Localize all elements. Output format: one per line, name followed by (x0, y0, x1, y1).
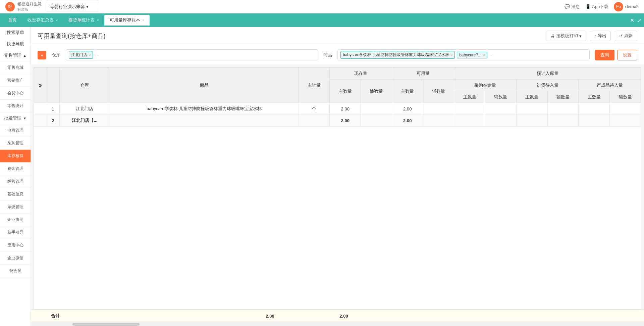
product-tag-1-close[interactable]: × (450, 53, 452, 57)
product-tag-2[interactable]: babycare?... × (457, 52, 487, 58)
template-badge: 标准版 (17, 7, 42, 12)
warehouse-tag-1-close[interactable]: × (89, 53, 91, 57)
scroll-thumb[interactable] (72, 323, 140, 326)
row-1-current-main: 2.00 (330, 103, 361, 115)
export-btn[interactable]: ↑ 导出 (590, 31, 611, 41)
refresh-icon: ↺ (619, 34, 623, 39)
th-available-group: 可用量 (392, 68, 454, 80)
sidebar-item-ecommerce[interactable]: 电商管理 (0, 124, 31, 137)
th-finished-pending-aux: 辅数量 (610, 91, 641, 103)
table-container[interactable]: ⚙ 仓库 商品 主计量 现存量 可用量 预计入库量 主数量 辅数量 主数量 辅数… (34, 67, 641, 310)
sidebar-purchase-label: 采购管理 (7, 140, 23, 146)
scroll-bar-area[interactable] (31, 322, 644, 326)
print-label: 按模板打印 (556, 33, 578, 39)
row-1-purchase-transit-main (454, 103, 485, 115)
sidebar: 搜索菜单 快捷导航 零售管理 ▲ 零售商城 营销推广 会员中心 零售统计 批发管… (0, 27, 31, 326)
tab-income-expense[interactable]: 收发存汇总表 × (22, 15, 63, 26)
nav-tabs: 首页 收发存汇总表 × 要货单统计表 × 可用量库存账本 × ✕ ⤢ (0, 13, 644, 27)
row-1-warehouse: 江北门店 (60, 103, 110, 115)
tab-available-stock-label: 可用量库存账本 (110, 17, 140, 23)
content-area: 可用量查询(按仓库+商品) 🖨 按模板打印 ▾ ↑ 导出 ↺ 刷新 » (31, 27, 644, 326)
fullscreen-icon[interactable]: ⤢ (637, 17, 641, 24)
th-finished-pending-group: 产成品待入量 (579, 80, 641, 91)
app-download-btn[interactable]: 📱 App下载 (585, 4, 608, 10)
sidebar-item-purchase[interactable]: 采购管理 (0, 137, 31, 150)
refresh-btn[interactable]: ↺ 刷新 (615, 31, 637, 41)
sidebar-item-app-center[interactable]: 应用中心 (0, 239, 31, 252)
th-num (46, 68, 60, 103)
sidebar-search-menu[interactable]: 搜索菜单 (0, 27, 31, 38)
sidebar-item-new-guide[interactable]: 新手引导 (0, 226, 31, 239)
sidebar-item-basic-info[interactable]: 基础信息 (0, 188, 31, 201)
page-header: 可用量查询(按仓库+商品) 🖨 按模板打印 ▾ ↑ 导出 ↺ 刷新 (31, 27, 644, 45)
product-tag-1-text: babycare学饮杯 儿童防摔防撞吸管杯重力球吸嘴杯宝宝水杯 (343, 52, 449, 58)
logo-icon: 好 (5, 2, 15, 11)
row-2-finished-pending-main (579, 115, 610, 127)
chevron-down-icon: ▾ (86, 4, 89, 9)
row-2-available-aux (423, 115, 454, 127)
org-selector[interactable]: 母婴行业演示账套 ▾ (46, 2, 99, 11)
sidebar-retail-mall-label: 零售商城 (7, 65, 23, 71)
nav-tabs-right: ✕ ⤢ (630, 17, 641, 24)
chevron-down-print-icon: ▾ (579, 34, 582, 39)
product-tag-1[interactable]: babycare学饮杯 儿童防摔防撞吸管杯重力球吸嘴杯宝宝水杯 × (340, 51, 455, 59)
th-settings[interactable]: ⚙ (34, 68, 46, 103)
export-label: 导出 (598, 33, 606, 39)
footer-label: 合计 (31, 313, 252, 319)
warehouse-tag-1-text: 江北门店 (71, 52, 87, 58)
warehouse-filter-tags[interactable]: 江北门店 × ··· (66, 49, 318, 60)
sidebar-member-center-label: 会员中心 (7, 90, 23, 96)
product-tag-2-close[interactable]: × (483, 53, 485, 57)
sidebar-item-vip-member[interactable]: 畅会员 (0, 265, 31, 277)
tab-order-stats-close[interactable]: × (97, 18, 99, 22)
query-button[interactable]: 查询 (595, 50, 614, 60)
sidebar-system-label: 系统管理 (7, 204, 23, 210)
message-btn[interactable]: 💬 消息 (565, 4, 580, 10)
setting-button[interactable]: 设置 (617, 50, 637, 60)
warehouse-tag-1[interactable]: 江北门店 × (69, 51, 93, 59)
sidebar-item-retail-mgmt[interactable]: 零售管理 ▲ (0, 50, 31, 61)
sidebar-item-retail-stats[interactable]: 零售统计 (0, 100, 31, 112)
filter-dots-1[interactable]: ··· (95, 52, 99, 58)
sidebar-item-marketing[interactable]: 营销推广 (0, 74, 31, 87)
sidebar-item-inventory[interactable]: 库存核算 (0, 150, 31, 162)
tab-order-stats-label: 要货单统计表 (68, 17, 95, 23)
sidebar-quick-nav[interactable]: 快捷导航 (0, 38, 31, 50)
th-inbound-pending-aux: 辅数量 (547, 91, 579, 103)
sidebar-item-system[interactable]: 系统管理 (0, 201, 31, 214)
sidebar-item-enterprise-coop[interactable]: 企业协同 (0, 214, 31, 226)
refresh-label: 刷新 (624, 33, 633, 39)
warehouse-label: 仓库 (52, 52, 60, 58)
tab-home[interactable]: 首页 (3, 15, 22, 26)
th-product: 商品 (110, 68, 299, 103)
filter-expand-btn[interactable]: » (38, 51, 46, 59)
close-all-icon[interactable]: ✕ (630, 17, 634, 24)
chevron-down-icon2: ▼ (23, 117, 26, 120)
sidebar-item-member-center[interactable]: 会员中心 (0, 87, 31, 100)
user-name: demo2 (625, 4, 639, 9)
tab-available-stock[interactable]: 可用量库存账本 × (104, 15, 150, 26)
page-title: 可用量查询(按仓库+商品) (38, 32, 106, 44)
row-2-inbound-pending-main (516, 115, 547, 127)
th-planned-inbound-group: 预计入库量 (454, 68, 641, 80)
tab-income-expense-close[interactable]: × (56, 18, 58, 22)
user-area[interactable]: Ea demo2 (614, 2, 639, 11)
row-2-main-unit (299, 115, 330, 127)
print-btn[interactable]: 🖨 按模板打印 ▾ (546, 31, 586, 41)
sidebar-item-finance[interactable]: 资金管理 (0, 162, 31, 175)
row-2-finished-pending-aux (610, 115, 641, 127)
th-finished-pending-main: 主数量 (579, 91, 610, 103)
tab-available-stock-close[interactable]: × (142, 18, 144, 22)
sidebar-item-retail-mall[interactable]: 零售商城 (0, 61, 31, 74)
tab-order-stats[interactable]: 要货单统计表 × (63, 15, 104, 26)
sidebar-item-operation[interactable]: 经营管理 (0, 175, 31, 188)
product-filter-tags[interactable]: babycare学饮杯 儿童防摔防撞吸管杯重力球吸嘴杯宝宝水杯 × babyca… (337, 49, 590, 60)
row-2-purchase-transit-aux (485, 115, 517, 127)
sidebar-inventory-label: 库存核算 (7, 153, 23, 159)
filter-dots-2[interactable]: ··· (489, 52, 494, 58)
row-1-current-aux (361, 103, 392, 115)
th-purchase-transit-main: 主数量 (454, 91, 485, 103)
filter-actions: 查询 设置 (595, 50, 637, 60)
sidebar-item-enterprise-wechat[interactable]: 企业微信 (0, 252, 31, 265)
sidebar-item-wholesale-mgmt[interactable]: 批发管理 ▼ (0, 112, 31, 124)
